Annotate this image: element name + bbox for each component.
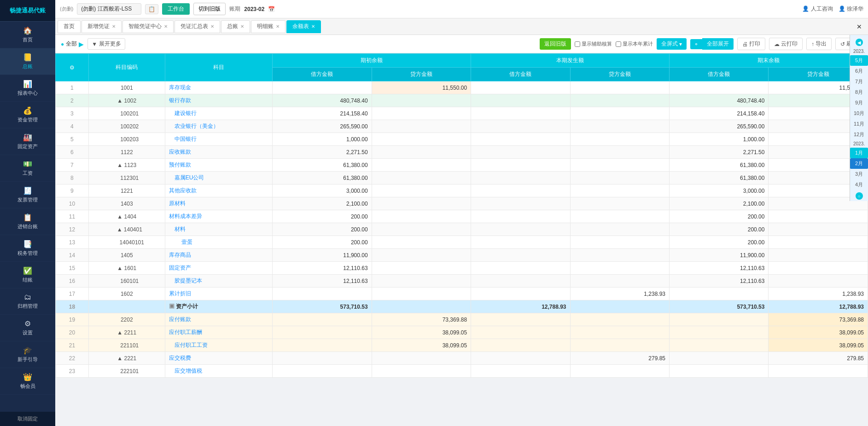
right-month-3[interactable]: 3月	[850, 169, 868, 179]
right-month-2[interactable]: 2月	[850, 158, 868, 169]
tab-smart-voucher[interactable]: 智能凭证中心 ✕	[122, 20, 174, 33]
table-row: 91221其他应收款3,000.003,000.00	[56, 184, 868, 197]
calendar-icon[interactable]: 📅	[268, 6, 275, 12]
tab-close-balance[interactable]: ✕	[311, 24, 315, 29]
tab-general-ledger[interactable]: 总账 ✕	[221, 20, 250, 33]
consult-link[interactable]: 👤 人工咨询	[802, 5, 833, 13]
cell-name[interactable]: 应交税费	[165, 352, 272, 365]
cell-name[interactable]: 应付账款	[165, 313, 272, 326]
sidebar-item-member[interactable]: 👑 畅会员	[0, 368, 55, 395]
ytd-checkbox[interactable]	[616, 41, 621, 47]
show-assist-check[interactable]: 显示辅助核算	[575, 40, 612, 47]
right-month-11[interactable]: 11月	[850, 119, 868, 129]
cell-code: 100201	[88, 107, 165, 120]
cell-name[interactable]: 胶提墨记本	[165, 275, 272, 288]
cell-name[interactable]: 库存商品	[165, 249, 272, 262]
copy-button[interactable]: 📋	[145, 4, 158, 14]
sidebar-item-guide[interactable]: 🎓 新手引导	[0, 341, 55, 368]
cell-cur-credit	[570, 313, 669, 326]
expand-more-button[interactable]: ▼ 展开更多	[87, 38, 125, 50]
return-old-button[interactable]: 返回旧版	[540, 38, 571, 50]
cell-name[interactable]: 中国银行	[165, 133, 272, 146]
cell-name[interactable]: 嘉属EU公司	[165, 172, 272, 184]
cell-name[interactable]: 预付账款	[165, 159, 272, 172]
tab-balance[interactable]: 余额表 ✕	[286, 20, 321, 33]
sidebar-item-funds[interactable]: 💰 资金管理	[0, 102, 55, 128]
right-month-4[interactable]: 4月	[850, 179, 868, 190]
sidebar-item-purchase[interactable]: 📋 进销台账	[0, 208, 55, 235]
sidebar-item-tax[interactable]: 📑 税务管理	[0, 235, 55, 262]
cell-close-debit: 2,100.00	[670, 197, 769, 210]
cell-name[interactable]: 农业银行（美金）	[165, 120, 272, 133]
sidebar-item-ledger[interactable]: 📒 总账	[0, 48, 55, 75]
tab-home[interactable]: 首页	[58, 20, 81, 33]
cell-cur-debit	[471, 146, 570, 159]
radio-all[interactable]: ●	[61, 41, 64, 47]
close-all-button[interactable]: ✕	[853, 23, 866, 30]
right-month-8[interactable]: 8月	[850, 87, 868, 98]
cell-name[interactable]: 应收账款	[165, 146, 272, 159]
sidebar-item-payroll[interactable]: 💵 工资	[0, 155, 55, 182]
right-month-12[interactable]: 12月	[850, 129, 868, 140]
expand-all-button[interactable]: 全部展开	[702, 38, 734, 50]
switch-version-button[interactable]: 切到旧版	[193, 3, 226, 15]
assist-checkbox[interactable]	[575, 41, 580, 47]
right-month-9[interactable]: 9月	[850, 98, 868, 108]
cell-name[interactable]: 材料成本差异	[165, 210, 272, 223]
cell-name[interactable]: 库存现金	[165, 81, 272, 94]
print-button[interactable]: 🖨 打印	[737, 38, 765, 50]
th-close-debit: 借方金额	[670, 68, 769, 81]
cell-name[interactable]: 壹蛋	[165, 236, 272, 249]
tab-new-voucher[interactable]: 新增凭证 ✕	[82, 20, 122, 33]
cell-name[interactable]: 应付职工工资	[165, 339, 272, 352]
tab-close-detail[interactable]: ✕	[276, 24, 280, 29]
right-month-1[interactable]: 1月	[850, 148, 868, 158]
cell-code: 2202	[88, 313, 165, 326]
unpin-button[interactable]: 取消固定	[0, 412, 55, 426]
cell-name[interactable]: 固定资产	[165, 262, 272, 275]
sidebar-item-reports[interactable]: 📊 报表中心	[0, 75, 55, 102]
sidebar-item-settings[interactable]: ⚙ 设置	[0, 315, 55, 341]
show-ytd-check[interactable]: 显示本年累计	[616, 40, 653, 47]
tab-close-smart[interactable]: ✕	[164, 24, 168, 29]
sidebar-item-assets[interactable]: 🏭 固定资产	[0, 128, 55, 155]
right-toggle[interactable]: ◀	[856, 39, 863, 46]
right-toggle-expand[interactable]: ○	[856, 192, 863, 200]
cell-name[interactable]: 应交增值税	[165, 365, 272, 378]
toggle-icon[interactable]: ⚬	[690, 39, 702, 49]
cloud-print-button[interactable]: ☁ 云打印	[769, 38, 803, 50]
right-month-5[interactable]: 5月	[850, 55, 868, 66]
sidebar-item-home[interactable]: 🏠 首页	[0, 22, 55, 48]
th-settings[interactable]: ⚙	[56, 54, 89, 81]
sidebar-item-archive[interactable]: 🗂 归档管理	[0, 288, 55, 315]
cell-name[interactable]: 其他应收款	[165, 184, 272, 197]
right-month-10[interactable]: 10月	[850, 108, 868, 119]
sidebar-item-invoice[interactable]: 🧾 发票管理	[0, 182, 55, 208]
cell-name[interactable]: 累计折旧	[165, 288, 272, 300]
cell-open-debit: 11,900.00	[273, 249, 372, 262]
tab-close-summary[interactable]: ✕	[210, 24, 214, 29]
tab-detail-ledger[interactable]: 明细账 ✕	[251, 20, 285, 33]
cell-close-credit	[769, 210, 868, 223]
cell-name[interactable]: 建设银行	[165, 107, 272, 120]
cell-seq: 14	[56, 249, 89, 262]
right-month-6[interactable]: 6月	[850, 66, 868, 76]
tab-close-new-voucher[interactable]: ✕	[112, 24, 116, 29]
tab-voucher-summary[interactable]: 凭证汇总表 ✕	[175, 20, 220, 33]
cell-name[interactable]: 银行存款	[165, 94, 272, 107]
cell-close-credit: 279.85	[769, 352, 868, 365]
cell-code: 1221	[88, 184, 165, 197]
sidebar-item-close[interactable]: ✅ 结账	[0, 262, 55, 288]
filter-arrow[interactable]: ▶	[79, 40, 84, 48]
tab-close-general[interactable]: ✕	[240, 24, 244, 29]
workbench-button[interactable]: 工作台	[162, 3, 190, 15]
cell-name[interactable]: 材料	[165, 223, 272, 236]
settings-icon: ⚙	[24, 319, 31, 328]
company-selector[interactable]: (勿删) 江西般若-LSS	[77, 3, 141, 15]
cell-name[interactable]: 应付职工薪酬	[165, 326, 272, 339]
user-avatar[interactable]: 👤 徐泽华	[839, 5, 863, 13]
fullscreen-button[interactable]: 全屏式 ▾	[657, 38, 687, 50]
export-button[interactable]: ↑ 导出	[806, 38, 832, 50]
cell-name[interactable]: 原材料	[165, 197, 272, 210]
right-month-7[interactable]: 7月	[850, 76, 868, 87]
